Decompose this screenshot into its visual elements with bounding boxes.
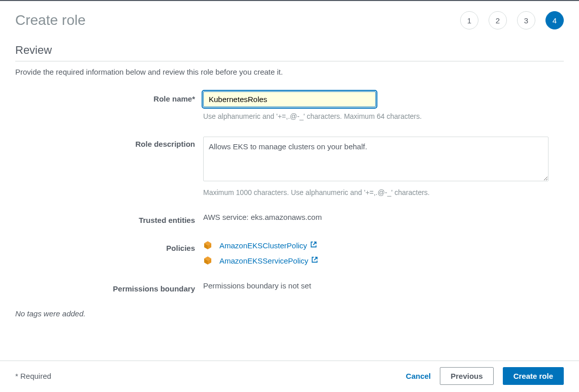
step-3[interactable]: 3	[517, 11, 535, 29]
permissions-boundary-label: Permissions boundary	[15, 281, 203, 293]
previous-button[interactable]: Previous	[440, 367, 493, 385]
required-note: * Required	[15, 372, 51, 380]
policy-link[interactable]: AmazonEKSServicePolicy	[219, 256, 318, 265]
role-name-hint: Use alphanumeric and '+=,.@-_' character…	[203, 112, 554, 120]
role-name-input[interactable]	[203, 91, 376, 107]
policy-box-icon	[203, 256, 212, 265]
external-link-icon	[311, 256, 318, 265]
role-description-hint: Maximum 1000 characters. Use alphanumeri…	[203, 188, 554, 197]
step-1[interactable]: 1	[460, 11, 478, 29]
section-description: Provide the required information below a…	[15, 68, 564, 76]
permissions-boundary-value: Permissions boundary is not set	[203, 281, 554, 293]
policy-name: AmazonEKSServicePolicy	[219, 256, 308, 265]
wizard-steps: 1 2 3 4	[460, 11, 564, 29]
step-4[interactable]: 4	[545, 11, 564, 29]
step-2[interactable]: 2	[489, 11, 507, 29]
cancel-button[interactable]: Cancel	[406, 372, 431, 380]
tags-message: No tags were added.	[15, 309, 564, 318]
section-title: Review	[15, 44, 564, 61]
create-role-button[interactable]: Create role	[503, 367, 564, 385]
trusted-entities-value: AWS service: eks.amazonaws.com	[203, 213, 554, 224]
policy-item: AmazonEKSServicePolicy	[203, 256, 554, 265]
page-title: Create role	[15, 12, 86, 28]
trusted-entities-label: Trusted entities	[15, 213, 203, 224]
policy-name: AmazonEKSClusterPolicy	[219, 241, 307, 250]
policy-link[interactable]: AmazonEKSClusterPolicy	[219, 241, 317, 250]
policies-label: Policies	[15, 241, 203, 265]
policy-item: AmazonEKSClusterPolicy	[203, 241, 554, 250]
policy-box-icon	[203, 241, 212, 250]
wizard-footer: * Required Cancel Previous Create role	[0, 361, 579, 392]
role-name-label: Role name*	[15, 91, 203, 120]
role-description-input[interactable]	[203, 137, 549, 181]
external-link-icon	[310, 241, 317, 249]
role-description-label: Role description	[15, 137, 203, 197]
